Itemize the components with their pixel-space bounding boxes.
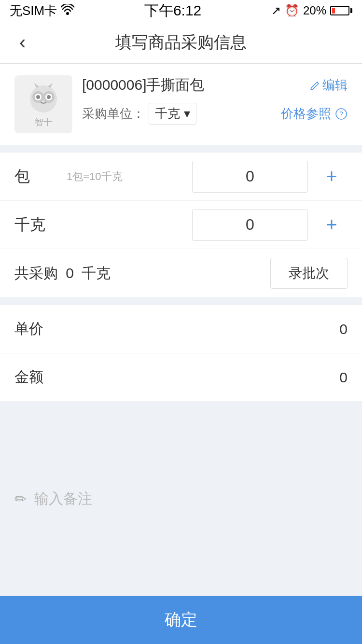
price-ref-link[interactable]: 价格参照 ?	[281, 105, 348, 122]
bag-qty-input[interactable]: 0	[192, 161, 308, 193]
unit-price-label: 单价	[14, 319, 43, 339]
kg-control: 0 +	[63, 209, 348, 241]
kg-label: 千克	[14, 214, 63, 236]
svg-text:?: ?	[339, 110, 343, 118]
product-name: [0000006]手撕面包	[82, 75, 204, 95]
unit-price-row: 单价 0	[0, 305, 362, 353]
amount-value: 0	[339, 369, 348, 386]
summary-unit: 千克	[82, 265, 111, 281]
edit-label[interactable]: 编辑	[322, 77, 348, 94]
price-section: 单价 0 金额 0	[0, 305, 362, 402]
unit-label: 采购单位：	[82, 105, 145, 122]
purchase-unit-row: 采购单位： 千克 ▾ 价格参照 ?	[82, 103, 348, 125]
summary-prefix: 共采购	[14, 265, 58, 281]
product-card: 智十 [0000006]手撕面包 编辑 采购单位： 千克 ▾	[0, 64, 362, 145]
battery-percent: 20%	[303, 4, 326, 17]
amount-row: 金额 0	[0, 353, 362, 402]
confirm-label: 确定	[165, 609, 197, 631]
summary-text: 共采购 0 千克	[14, 264, 111, 283]
nav-bar: ‹ 填写商品采购信息	[0, 21, 362, 64]
product-info: [0000006]手撕面包 编辑 采购单位： 千克 ▾ 价格参照	[82, 75, 348, 125]
note-section[interactable]: ✏ 输入备注	[0, 402, 362, 596]
summary-amount: 0	[66, 265, 74, 281]
svg-point-6	[36, 95, 40, 99]
page-title: 填写商品采购信息	[115, 31, 247, 54]
amount-label: 金额	[14, 367, 43, 387]
input-section: 包 1包=10千克 0 + 千克 0 +	[0, 153, 362, 249]
kg-plus-button[interactable]: +	[316, 209, 348, 241]
kg-qty-input[interactable]: 0	[192, 209, 308, 241]
battery-icon	[330, 6, 352, 15]
confirm-button[interactable]: 确定	[0, 596, 362, 644]
product-thumbnail: 智十	[27, 81, 60, 128]
product-name-row: [0000006]手撕面包 编辑	[82, 75, 348, 95]
bag-input-row: 包 1包=10千克 0 +	[0, 153, 362, 201]
section-divider-2	[0, 297, 362, 305]
status-bar: 无SIM卡 下午6:12 ↗ ⏰ 20%	[0, 0, 362, 21]
kg-input-row: 千克 0 +	[0, 201, 362, 249]
bag-sublabel: 1包=10千克	[67, 169, 123, 184]
bag-control: 0 +	[123, 161, 348, 193]
edit-link[interactable]: 编辑	[310, 77, 348, 94]
svg-point-7	[47, 95, 51, 99]
unit-price-value: 0	[339, 321, 348, 337]
note-icon: ✏	[14, 490, 27, 507]
svg-point-0	[66, 12, 69, 15]
network-label: 无SIM卡	[10, 2, 57, 19]
brand-label: 智十	[35, 116, 52, 128]
product-image: 智十	[14, 75, 72, 133]
status-time: 下午6:12	[144, 1, 201, 21]
unit-select[interactable]: 千克 ▾	[149, 103, 196, 125]
alarm-icon: ⏰	[285, 4, 299, 17]
status-right: ↗ ⏰ 20%	[271, 4, 352, 17]
unit-value: 千克	[155, 105, 180, 122]
location-icon: ↗	[271, 4, 281, 17]
dropdown-arrow-icon: ▾	[184, 106, 190, 121]
section-divider-1	[0, 145, 362, 153]
note-placeholder: 输入备注	[34, 489, 92, 509]
summary-row: 共采购 0 千克 录批次	[0, 249, 362, 297]
price-ref-label: 价格参照	[281, 105, 331, 122]
bag-label: 包	[14, 166, 63, 187]
bag-plus-button[interactable]: +	[316, 161, 348, 193]
back-button[interactable]: ‹	[14, 27, 30, 58]
batch-button[interactable]: 录批次	[270, 258, 348, 289]
wifi-icon	[61, 3, 74, 18]
status-left: 无SIM卡	[10, 2, 74, 19]
